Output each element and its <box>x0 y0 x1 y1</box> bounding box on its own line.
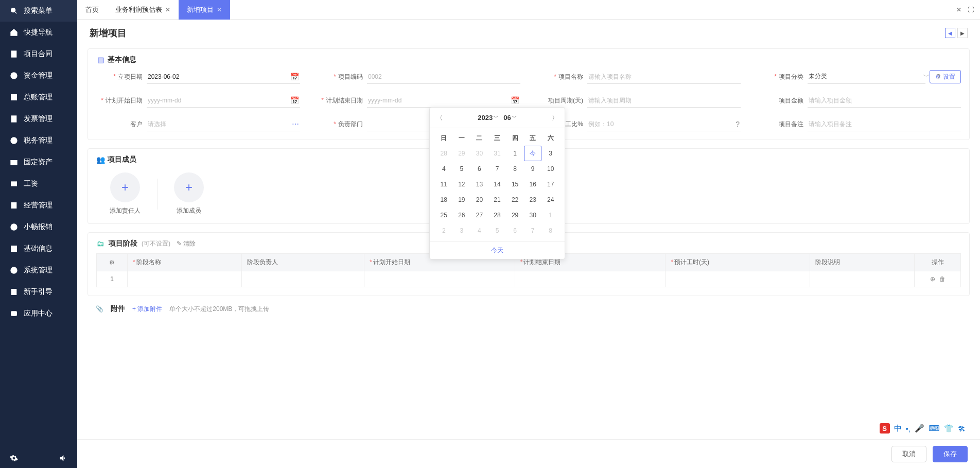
date-cell[interactable]: 11 <box>435 177 453 192</box>
sidebar-item-guide[interactable]: 新手引导 <box>0 281 77 303</box>
date-cell[interactable]: 23 <box>524 192 542 207</box>
date-cell[interactable]: 22 <box>506 192 524 207</box>
settings-button[interactable]: ⚙ 设置 <box>930 70 961 83</box>
sidebar-item-expense[interactable]: 小畅报销 <box>0 216 77 238</box>
date-cell[interactable]: 20 <box>470 192 488 207</box>
ime-mic-icon[interactable]: 🎤 <box>915 424 924 433</box>
sound-icon[interactable] <box>59 454 68 463</box>
settings-icon[interactable] <box>9 454 19 463</box>
add-member-button[interactable]: + <box>174 172 204 202</box>
date-cell[interactable]: 7 <box>524 223 542 238</box>
date-cell[interactable]: 13 <box>470 177 488 192</box>
date-cell[interactable]: 28 <box>435 146 453 161</box>
sidebar-item-home[interactable]: 快捷导航 <box>0 22 77 43</box>
date-cell[interactable]: 19 <box>453 192 471 207</box>
date-cell[interactable]: 12 <box>453 177 471 192</box>
project-code-input[interactable] <box>367 70 520 84</box>
close-icon[interactable]: ✕ <box>956 6 961 13</box>
date-cell[interactable]: 1 <box>541 207 559 223</box>
date-cell[interactable]: 3 <box>541 146 559 161</box>
fullscreen-icon[interactable]: ⛶ <box>968 6 974 13</box>
date-cell[interactable]: 5 <box>488 223 506 238</box>
project-class-select[interactable] <box>808 70 925 84</box>
duration-input[interactable] <box>587 93 741 108</box>
help-icon[interactable]: ? <box>936 73 940 81</box>
ime-punct-icon[interactable]: •, <box>906 424 911 433</box>
date-cell[interactable]: 30 <box>470 146 488 161</box>
phase-clear-button[interactable]: ✎ 清除 <box>177 239 196 248</box>
tab[interactable]: 业务利润预估表✕ <box>107 0 179 20</box>
tab-close-icon[interactable]: ✕ <box>217 6 222 13</box>
amount-input[interactable] <box>808 93 961 108</box>
customer-select[interactable] <box>147 117 300 131</box>
sidebar-item-invoice[interactable]: 发票管理 <box>0 108 77 130</box>
save-button[interactable]: 保存 <box>933 446 968 462</box>
sidebar-item-contract[interactable]: 项目合同 <box>0 43 77 65</box>
calendar-icon[interactable]: 📅 <box>511 96 519 105</box>
help-icon[interactable]: ? <box>736 120 740 128</box>
date-cell[interactable]: 7 <box>488 161 506 177</box>
cancel-button[interactable]: 取消 <box>891 446 926 462</box>
next-month-button[interactable]: 〉 <box>547 108 563 128</box>
calendar-icon[interactable]: 📅 <box>290 96 299 105</box>
year-select[interactable]: 2023﹀ <box>478 114 498 122</box>
date-cell[interactable]: 8 <box>506 161 524 177</box>
date-cell[interactable]: 28 <box>488 207 506 223</box>
date-cell[interactable]: 6 <box>506 223 524 238</box>
date-cell[interactable]: 31 <box>488 146 506 161</box>
sidebar-item-info[interactable]: 基础信息 <box>0 238 77 259</box>
complete-pct-input[interactable] <box>587 117 741 131</box>
ime-lang-icon[interactable]: 中 <box>894 424 902 434</box>
date-cell[interactable]: 10 <box>541 161 559 177</box>
sidebar-item-tax[interactable]: 税务管理 <box>0 130 77 151</box>
date-cell[interactable]: 14 <box>488 177 506 192</box>
month-select[interactable]: 06﹀ <box>503 114 516 122</box>
date-cell[interactable]: 27 <box>470 207 488 223</box>
date-cell[interactable]: 今 <box>524 146 542 161</box>
date-cell[interactable]: 16 <box>524 177 542 192</box>
date-cell[interactable]: 8 <box>541 223 559 238</box>
tab[interactable]: 新增项目✕ <box>179 0 230 20</box>
ime-tools-icon[interactable]: 🛠 <box>958 424 966 433</box>
sidebar-item-fund[interactable]: 资金管理 <box>0 65 77 86</box>
tab-close-icon[interactable]: ✕ <box>165 6 170 13</box>
date-cell[interactable]: 29 <box>453 146 471 161</box>
remark-input[interactable] <box>808 117 961 131</box>
date-cell[interactable]: 18 <box>435 192 453 207</box>
sidebar-item-ledger[interactable]: 总账管理 <box>0 86 77 108</box>
project-name-input[interactable] <box>587 70 741 84</box>
date-cell[interactable]: 5 <box>453 161 471 177</box>
date-cell[interactable]: 24 <box>541 192 559 207</box>
add-owner-button[interactable]: + <box>110 172 140 202</box>
approve-date-input[interactable] <box>147 70 300 84</box>
ime-toolbar[interactable]: S 中 •, 🎤 ⌨ 👕 🛠 <box>880 422 966 435</box>
delete-row-icon[interactable]: 🗑 <box>939 275 946 283</box>
calendar-icon[interactable]: 📅 <box>290 73 299 81</box>
add-attachment-button[interactable]: + 添加附件 <box>132 305 162 314</box>
prev-record-button[interactable]: ◀ <box>945 28 955 38</box>
ime-skin-icon[interactable]: 👕 <box>944 424 954 433</box>
sidebar-item-system[interactable]: 系统管理 <box>0 259 77 281</box>
date-cell[interactable]: 2 <box>435 223 453 238</box>
date-cell[interactable]: 29 <box>506 207 524 223</box>
date-cell[interactable]: 21 <box>488 192 506 207</box>
date-cell[interactable]: 6 <box>470 161 488 177</box>
more-icon[interactable]: ⋯ <box>292 120 299 128</box>
date-cell[interactable]: 9 <box>524 161 542 177</box>
date-cell[interactable]: 3 <box>453 223 471 238</box>
sidebar-item-salary[interactable]: 工资 <box>0 173 77 195</box>
chevron-down-icon[interactable]: ﹀ <box>923 72 930 81</box>
prev-month-button[interactable]: 〈 <box>432 108 447 128</box>
today-button[interactable]: 今天 <box>430 241 565 259</box>
plan-start-input[interactable] <box>147 93 300 108</box>
add-row-icon[interactable]: ⊕ <box>930 275 935 283</box>
date-cell[interactable]: 4 <box>435 161 453 177</box>
date-cell[interactable]: 4 <box>470 223 488 238</box>
date-cell[interactable]: 15 <box>506 177 524 192</box>
date-cell[interactable]: 30 <box>524 207 542 223</box>
plan-end-input[interactable] <box>367 93 520 108</box>
sidebar-item-apps[interactable]: 应用中心 <box>0 303 77 324</box>
tab[interactable]: 首页 <box>77 0 107 20</box>
table-row[interactable]: 1 ⊕🗑 <box>97 271 961 287</box>
date-cell[interactable]: 17 <box>541 177 559 192</box>
